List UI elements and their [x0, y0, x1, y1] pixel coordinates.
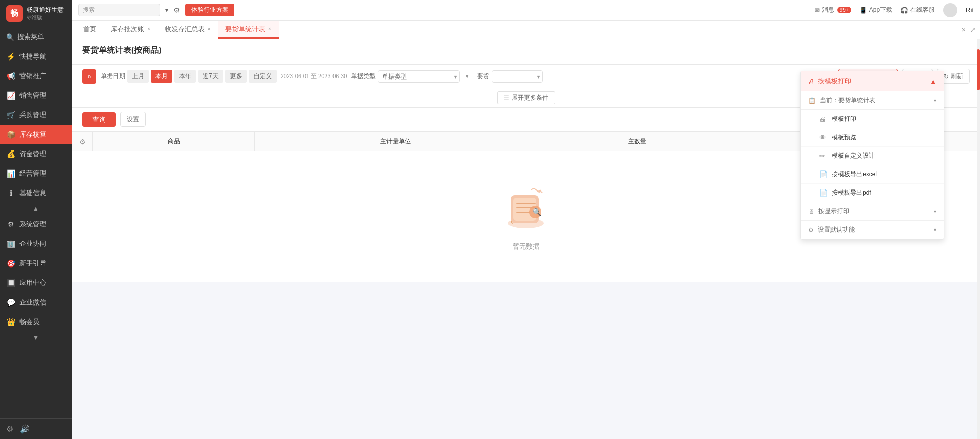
- sidebar-item-enterprise[interactable]: 🏢 企业协同: [0, 234, 72, 254]
- type-label: 单据类型: [351, 72, 376, 81]
- speaker-icon[interactable]: 🔊: [19, 424, 30, 434]
- svg-text:🔍: 🔍: [533, 208, 542, 217]
- set-default-header[interactable]: ⚙ 设置默认功能 ▾: [801, 221, 944, 239]
- marketing-icon: 📢: [6, 71, 15, 81]
- topbar-dropdown-icon[interactable]: ▾: [165, 7, 168, 14]
- empty-icon: 🔍: [500, 182, 552, 234]
- print-dropdown-icon: 🖨: [808, 78, 815, 85]
- basic-icon: ℹ: [6, 188, 15, 198]
- tab-order-stats[interactable]: 要货单统计表 ×: [218, 21, 279, 39]
- sidebar-item-appstore[interactable]: 🔲 应用中心: [0, 273, 72, 293]
- sales-icon: 📈: [6, 91, 15, 100]
- tab-close-collection[interactable]: ×: [208, 26, 211, 32]
- print-dropdown-menu: 🖨 按模板打印 ▲ 📋 当前：要货单统计表 ▾ 🖨 模板打印 👁 模板预览 ✏ …: [800, 71, 944, 240]
- type-filter-group: 单据类型 单据类型 ▾: [351, 70, 469, 83]
- type-select-wrapper: 单据类型: [378, 70, 460, 83]
- table-header-settings[interactable]: ⚙: [72, 132, 93, 151]
- column-settings-icon[interactable]: ⚙: [79, 138, 86, 146]
- set-default-section: ⚙ 设置默认功能 ▾: [801, 221, 944, 239]
- tab-close-btn[interactable]: ×: [962, 26, 966, 34]
- topbar-settings-icon[interactable]: ⚙: [173, 6, 180, 14]
- type-dropdown-arrow[interactable]: ▾: [466, 73, 469, 80]
- current-template-icon: 📋: [808, 97, 816, 104]
- table-header-product: 商品: [93, 132, 255, 151]
- yaohuotype-label: 要货: [477, 72, 489, 81]
- dropdown-item-template-excel[interactable]: 📄 按模板导出excel: [801, 165, 944, 184]
- sidebar-item-operations[interactable]: 📊 经营管理: [0, 164, 72, 183]
- appstore-icon: 🔲: [6, 278, 15, 288]
- refresh-icon: ↻: [944, 73, 949, 80]
- dropdown-item-template-preview[interactable]: 👁 模板预览: [801, 128, 944, 147]
- date-custom[interactable]: 自定义: [249, 70, 277, 83]
- tab-inventory-batch[interactable]: 库存批次账 ×: [104, 21, 158, 39]
- tab-close-inventory[interactable]: ×: [147, 26, 150, 32]
- dropdown-item-template-custom[interactable]: ✏ 模板自定义设计: [801, 147, 944, 165]
- sidebar-bottom: ⚙ 🔊: [0, 418, 72, 439]
- sidebar-item-sales[interactable]: 📈 销售管理: [0, 86, 72, 105]
- app-download-button[interactable]: 📱 App下载: [859, 6, 892, 14]
- sidebar-item-system[interactable]: ⚙ 系统管理: [0, 215, 72, 234]
- sidebar-nav: 🔍 搜索菜单 ⚡ 快捷导航 📢 营销推广 📈 销售管理 🛒 采购管理 📦 库存核…: [0, 27, 72, 418]
- wechat-icon: 💬: [6, 298, 15, 307]
- sidebar-item-purchase[interactable]: 🛒 采购管理: [0, 105, 72, 125]
- table-header-quantity: 主数量: [536, 132, 738, 151]
- print-dropdown-collapse-icon[interactable]: ▲: [930, 78, 936, 85]
- date-7days[interactable]: 近7天: [198, 70, 223, 83]
- messages-badge: 99+: [837, 7, 851, 13]
- yaohuotype-select[interactable]: [492, 70, 543, 83]
- sidebar-item-wechat[interactable]: 💬 企业微信: [0, 293, 72, 312]
- sidebar-item-member[interactable]: 👑 畅会员: [0, 312, 72, 332]
- customer-service-button[interactable]: 🎧 在线客服: [900, 6, 935, 14]
- sidebar-item-finance[interactable]: 💰 资金管理: [0, 144, 72, 164]
- set-default-expand-icon[interactable]: ▾: [934, 227, 936, 233]
- user-avatar[interactable]: [943, 3, 957, 17]
- date-prev-month[interactable]: 上月: [127, 70, 149, 83]
- template-print-icon: 🖨: [819, 115, 828, 123]
- type-select[interactable]: 单据类型: [378, 70, 460, 83]
- sidebar-item-marketing[interactable]: 📢 营销推广: [0, 66, 72, 86]
- messages-button[interactable]: ✉ 消息 99+: [815, 6, 851, 14]
- sidebar-item-guide[interactable]: 🎯 新手引导: [0, 254, 72, 273]
- operations-icon: 📊: [6, 169, 15, 178]
- expand-button[interactable]: »: [82, 69, 96, 84]
- tab-home[interactable]: 首页: [76, 21, 104, 39]
- current-template-expand-icon[interactable]: ▾: [934, 98, 936, 103]
- finance-icon: 💰: [6, 149, 15, 159]
- query-button[interactable]: 查询: [82, 112, 116, 127]
- sidebar-scroll-up[interactable]: ▲: [0, 203, 72, 215]
- settings-button[interactable]: 设置: [120, 112, 146, 127]
- logo-icon: 畅: [6, 5, 23, 22]
- topbar-search-box[interactable]: 搜索: [78, 4, 160, 16]
- display-print-expand-icon[interactable]: ▾: [934, 208, 936, 214]
- sidebar-item-shortcut[interactable]: ⚡ 快捷导航: [0, 47, 72, 66]
- trial-button[interactable]: 体验行业方案: [185, 4, 234, 16]
- sidebar-item-inventory[interactable]: 📦 库存核算: [0, 125, 72, 144]
- set-default-icon: ⚙: [808, 226, 814, 234]
- print-dropdown-header[interactable]: 🖨 按模板打印 ▲: [801, 71, 944, 91]
- date-more[interactable]: 更多: [225, 70, 247, 83]
- tab-close-order[interactable]: ×: [268, 26, 271, 32]
- tab-expand-btn[interactable]: ⤢: [970, 26, 976, 34]
- tab-window-btns: × ⤢: [962, 26, 976, 34]
- page-title: 要货单统计表(按商品): [82, 45, 970, 56]
- dropdown-item-template-print[interactable]: 🖨 模板打印: [801, 110, 944, 128]
- sidebar-scroll-down[interactable]: ▼: [0, 332, 72, 343]
- expand-more-button[interactable]: ☰ 展开更多条件: [497, 91, 555, 104]
- tab-collection-summary[interactable]: 收发存汇总表 ×: [158, 21, 218, 39]
- display-print-header[interactable]: 🖥 按显示打印 ▾: [801, 202, 944, 220]
- date-range-display: 2023-06-01 至 2023-06-30: [281, 72, 347, 80]
- date-current-year[interactable]: 本年: [174, 70, 196, 83]
- expand-more-icon: ☰: [504, 94, 509, 102]
- system-icon: ⚙: [6, 220, 15, 229]
- dropdown-item-template-pdf[interactable]: 📄 按模板导出pdf: [801, 184, 944, 202]
- chevron-right-icon: »: [87, 72, 91, 80]
- table-header-unit: 主计量单位: [255, 132, 536, 151]
- right-scrollbar[interactable]: [977, 39, 980, 439]
- sidebar-item-basic[interactable]: ℹ 基础信息: [0, 183, 72, 203]
- guide-icon: 🎯: [6, 259, 15, 268]
- current-template-header[interactable]: 📋 当前：要货单统计表 ▾: [801, 91, 944, 109]
- yaohuotype-select-wrapper: [492, 70, 543, 83]
- date-current-month[interactable]: 本月: [151, 70, 172, 83]
- sidebar-search[interactable]: 🔍 搜索菜单: [0, 27, 72, 47]
- settings-bottom-icon[interactable]: ⚙: [6, 424, 13, 434]
